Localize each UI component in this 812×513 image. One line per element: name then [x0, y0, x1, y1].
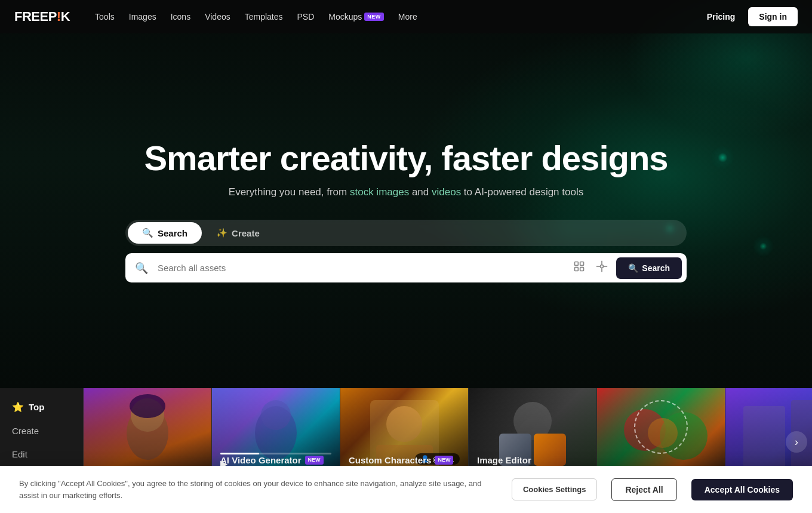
- video-gen-badge: NEW: [305, 456, 324, 465]
- cookie-banner: By clicking "Accept All Cookies", you ag…: [0, 466, 812, 513]
- hero-content: Smarter creativity, faster designs Every…: [113, 139, 699, 283]
- sidebar-item-create[interactable]: Create: [0, 420, 83, 442]
- hero-title: Smarter creativity, faster designs: [125, 139, 687, 177]
- search-submit-label: Search: [642, 263, 670, 273]
- tool-card-custom-char-title: Custom Characters NEW: [349, 455, 460, 466]
- nav-images[interactable]: Images: [123, 8, 162, 25]
- sidebar-edit-label: Edit: [12, 449, 27, 459]
- hero-subtitle: Everything you need, from stock images a…: [125, 186, 687, 198]
- navbar: FREEP!K Tools Images Icons Videos Templa…: [0, 0, 812, 33]
- nav-videos[interactable]: Videos: [199, 8, 236, 25]
- search-input[interactable]: [158, 263, 565, 273]
- cards-next-button[interactable]: ›: [786, 431, 807, 453]
- hero-section: Smarter creativity, faster designs Every…: [0, 0, 812, 388]
- custom-char-badge: NEW: [435, 456, 453, 465]
- tab-search[interactable]: 🔍 Search: [128, 222, 202, 244]
- nav-mockups[interactable]: Mockups NEW: [322, 8, 390, 25]
- svg-rect-3: [580, 268, 584, 271]
- mode-tabs: 🔍 Search ✨ Create: [125, 220, 687, 246]
- tab-create[interactable]: ✨ Create: [202, 222, 274, 244]
- pricing-button[interactable]: Pricing: [701, 8, 741, 25]
- sidebar-create-label: Create: [12, 426, 39, 436]
- cookie-reject-button[interactable]: Reject All: [611, 478, 676, 501]
- sidebar-top-label: Top: [29, 402, 44, 412]
- sidebar-item-edit[interactable]: Edit: [0, 443, 83, 465]
- svg-rect-2: [575, 268, 579, 271]
- signin-button[interactable]: Sign in: [748, 7, 798, 26]
- nav-right: Pricing Sign in: [701, 7, 798, 26]
- svg-point-4: [601, 265, 604, 268]
- visual-search-button[interactable]: [570, 257, 589, 279]
- search-submit-icon: 🔍: [628, 263, 638, 273]
- nav-links: Tools Images Icons Videos Templates PSD …: [89, 8, 701, 25]
- tab-search-label: Search: [158, 228, 187, 238]
- nav-more[interactable]: More: [392, 8, 423, 25]
- search-tab-icon: 🔍: [142, 228, 153, 238]
- search-tools: [570, 257, 611, 279]
- sidebar-item-top[interactable]: ⭐ Top: [0, 395, 83, 419]
- nav-tools[interactable]: Tools: [89, 8, 121, 25]
- mockups-badge: NEW: [364, 13, 384, 21]
- create-tab-icon: ✨: [216, 228, 227, 238]
- nav-icons[interactable]: Icons: [165, 8, 196, 25]
- tool-card-image-editor-title: Image Editor: [477, 455, 588, 466]
- nav-templates[interactable]: Templates: [239, 8, 289, 25]
- tool-card-video-gen-title: AI Video Generator NEW: [220, 455, 331, 466]
- search-bar: 🔍: [125, 253, 687, 282]
- logo[interactable]: FREEP!K: [14, 9, 70, 24]
- cookie-settings-button[interactable]: Cookies Settings: [512, 478, 597, 500]
- search-submit-button[interactable]: 🔍 Search: [616, 257, 682, 279]
- filter-button[interactable]: [592, 257, 611, 279]
- nav-psd[interactable]: PSD: [291, 8, 321, 25]
- retouch-circle: [634, 400, 688, 454]
- tab-create-label: Create: [232, 228, 260, 238]
- star-icon: ⭐: [12, 401, 24, 413]
- search-bar-icon: 🔍: [130, 258, 153, 278]
- cookie-text: By clicking "Accept All Cookies", you ag…: [19, 478, 497, 501]
- svg-rect-0: [575, 262, 579, 266]
- svg-rect-1: [580, 262, 584, 266]
- cookie-accept-button[interactable]: Accept All Cookies: [691, 479, 793, 500]
